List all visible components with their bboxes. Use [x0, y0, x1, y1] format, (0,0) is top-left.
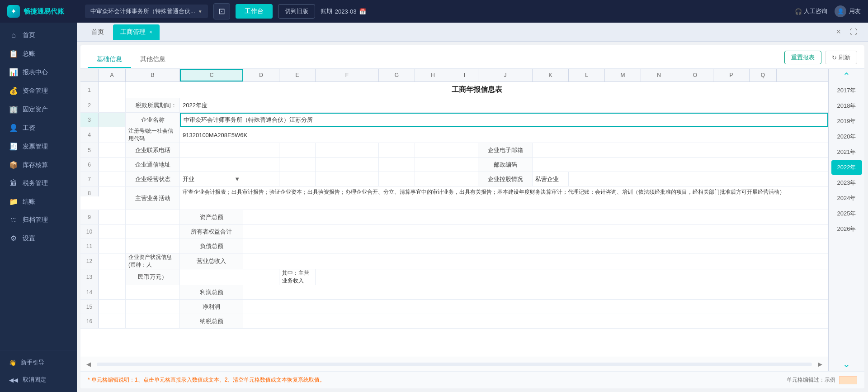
sidebar-item-wages[interactable]: 👤 工资	[0, 119, 77, 137]
cell-6j[interactable]: 邮政编码	[478, 158, 533, 172]
cell-7g[interactable]	[379, 172, 415, 186]
cell-6g[interactable]	[379, 158, 415, 172]
col-header-i[interactable]: I	[451, 69, 478, 81]
cell-7a[interactable]	[99, 172, 126, 186]
cell-6c[interactable]	[180, 158, 243, 172]
cell-6d[interactable]	[243, 158, 279, 172]
year-item-2020[interactable]: 2020年	[831, 129, 862, 144]
cell-13e[interactable]: 其中：主营业务收入	[279, 269, 316, 285]
cell-15rest[interactable]	[243, 300, 828, 314]
user-menu[interactable]: 👤 用友	[835, 5, 861, 17]
cell-14b[interactable]	[126, 285, 180, 299]
reset-report-button[interactable]: 重置报表	[784, 51, 821, 64]
cell-11rest[interactable]	[243, 239, 828, 253]
col-header-c[interactable]: C	[180, 69, 243, 81]
cell-3c[interactable]: 中审众环会计师事务所（特殊普通合伙）江苏分所	[180, 113, 828, 127]
cell-5d[interactable]	[243, 143, 279, 157]
cell-7b[interactable]: 企业经营状态	[126, 172, 180, 186]
sidebar-item-tax[interactable]: 🏛 税务管理	[0, 174, 77, 192]
col-header-l[interactable]: L	[569, 69, 605, 81]
sidebar-item-home[interactable]: ⌂ 首页	[0, 26, 77, 44]
sidebar-item-funds[interactable]: 💰 资金管理	[0, 81, 77, 100]
cell-13a[interactable]	[99, 269, 126, 285]
cell-11c[interactable]: 负债总额	[180, 239, 243, 253]
col-header-j[interactable]: J	[478, 69, 533, 81]
cell-8c[interactable]: 审查企业会计报表；出具审计报告；验证企业资本；出具验资报告；办理企业合开、分立、…	[180, 186, 828, 198]
cell-14a[interactable]	[99, 285, 126, 299]
company-selector[interactable]: 中审众环会计师事务所（特殊普通合伙... ▼	[85, 5, 208, 18]
year-item-2018[interactable]: 2018年	[831, 99, 862, 113]
scroll-right-arrow[interactable]: ▶	[816, 361, 825, 368]
year-item-2017[interactable]: 2017年	[831, 83, 862, 98]
year-item-2025[interactable]: 2025年	[831, 206, 862, 221]
cell-7f[interactable]	[316, 172, 379, 186]
cell-9rest[interactable]	[243, 210, 828, 224]
cell-4rest[interactable]	[243, 127, 828, 143]
scroll-track[interactable]	[97, 363, 812, 366]
cell-7h[interactable]	[415, 172, 451, 186]
col-header-b[interactable]: B	[126, 69, 180, 81]
cell-5c[interactable]	[180, 143, 243, 157]
cell-10c[interactable]: 所有者权益合计	[180, 225, 243, 239]
year-item-2023[interactable]: 2023年	[831, 176, 862, 190]
tab-close-icon[interactable]: ×	[149, 29, 152, 35]
cell-8b[interactable]: 主营业务活动	[126, 186, 180, 210]
year-item-2024[interactable]: 2024年	[831, 191, 862, 206]
service-button[interactable]: 🎧 人工咨询	[795, 7, 827, 15]
cell-15b[interactable]	[126, 300, 180, 314]
cell-4b[interactable]: 注册号/统一社会信用代码	[126, 127, 180, 143]
cell-6e[interactable]	[279, 158, 316, 172]
col-header-m[interactable]: M	[605, 69, 641, 81]
cell-3a[interactable]	[99, 113, 126, 127]
cell-6b[interactable]: 企业通信地址	[126, 158, 180, 172]
cell-2rest[interactable]	[243, 98, 828, 112]
cell-14rest[interactable]	[243, 285, 828, 299]
cell-6rest[interactable]	[533, 158, 828, 172]
cell-1a[interactable]	[99, 82, 126, 98]
cell-10a[interactable]	[99, 225, 126, 239]
year-item-2019[interactable]: 2019年	[831, 114, 862, 129]
tab-home[interactable]: 首页	[84, 24, 111, 40]
cell-13c[interactable]	[180, 269, 243, 285]
cell-6h[interactable]	[415, 158, 451, 172]
old-version-button[interactable]: 切到旧版	[278, 4, 315, 19]
calendar-icon[interactable]: 📅	[359, 8, 366, 15]
cell-10rest[interactable]	[243, 225, 828, 239]
cell-9a[interactable]	[99, 210, 126, 224]
cell-6a[interactable]	[99, 158, 126, 172]
cell-12c[interactable]: 营业总收入	[180, 253, 243, 269]
cell-5e[interactable]	[279, 143, 316, 157]
cell-7e[interactable]	[279, 172, 316, 186]
cell-16b[interactable]	[126, 314, 180, 328]
sidebar-item-ledger[interactable]: 📋 总账	[0, 44, 77, 63]
cell-12a[interactable]	[99, 253, 126, 269]
year-item-2021[interactable]: 2021年	[831, 145, 862, 159]
year-item-2026[interactable]: 2026年	[831, 222, 862, 236]
cell-7j[interactable]: 企业控股情况	[478, 172, 533, 186]
col-header-e[interactable]: E	[279, 69, 316, 81]
col-header-f[interactable]: F	[316, 69, 379, 81]
cell-5rest[interactable]	[533, 143, 828, 157]
cell-2c[interactable]: 2022年度	[180, 98, 243, 112]
cell-9c[interactable]: 资产总额	[180, 210, 243, 224]
year-panel-down-arrow[interactable]: ⌄	[843, 359, 850, 368]
cell-12b[interactable]: 企业资产状况信息(币种：人	[126, 253, 180, 269]
cell-7d[interactable]	[243, 172, 279, 186]
col-header-a[interactable]: A	[99, 69, 126, 81]
cell-10b[interactable]	[126, 225, 180, 239]
cell-3b[interactable]: 企业名称	[126, 113, 180, 127]
workbench-button[interactable]: 工作台	[236, 4, 273, 19]
sidebar-item-inventory[interactable]: 📦 库存核算	[0, 156, 77, 174]
col-header-n[interactable]: N	[641, 69, 677, 81]
window-expand-icon[interactable]: ⛶	[846, 28, 861, 36]
sidebar-item-guide[interactable]: 👋 新手引导	[0, 354, 77, 371]
col-header-k[interactable]: K	[533, 69, 569, 81]
cell-5h[interactable]	[415, 143, 451, 157]
cell-7k[interactable]: 私营企业	[533, 172, 569, 186]
col-header-h[interactable]: H	[415, 69, 451, 81]
cell-11b[interactable]	[126, 239, 180, 253]
refresh-button[interactable]: ↻ 刷新	[825, 51, 857, 64]
col-header-q[interactable]: Q	[750, 69, 777, 81]
cell-2b[interactable]: 税款所属期间：	[126, 98, 180, 112]
cell-5f[interactable]	[316, 143, 379, 157]
